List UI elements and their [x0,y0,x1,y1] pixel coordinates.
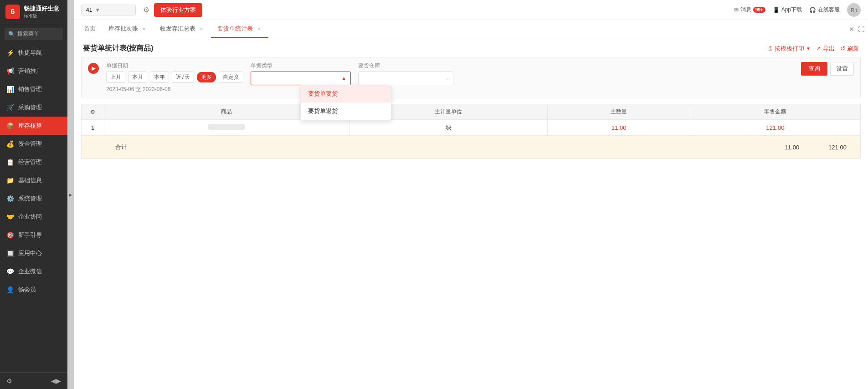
print-template-btn[interactable]: 🖨 按模板打印 ▼ [767,45,811,53]
headset-icon: 🎧 [809,7,816,13]
order-type-arrow-icon[interactable]: ▲ [338,75,350,82]
sidebar-item-quicknav[interactable]: ⚡ 快捷导航 [0,44,67,62]
tab-home-label: 首页 [84,25,96,33]
sidebar-item-label: 系统管理 [18,194,42,203]
sidebar-item-label: 快捷导航 [18,49,42,57]
collapse-icon[interactable]: ◀▶ [51,377,61,384]
topbar-left: 41 ▼ ⚙ 体验行业方案 [81,3,202,17]
close-all-tabs-icon[interactable]: ✕ [849,26,854,33]
filter-actions: 查询 设置 [801,62,854,76]
row-quantity[interactable]: 11.00 [548,120,690,136]
page-title: 要货单统计表(按商品) [83,44,154,53]
sidebar-item-basic[interactable]: 📁 基础信息 [0,171,67,189]
page-header: 要货单统计表(按商品) 🖨 按模板打印 ▼ ↗ 导出 ↺ 刷新 [74,38,868,57]
set-btn[interactable]: 设置 [830,62,854,76]
export-btn[interactable]: ↗ 导出 [816,45,835,53]
date-more-btn[interactable]: 更多 [197,72,216,82]
dropdown-item-order-return[interactable]: 要货单退货 [301,102,391,120]
row-unit: 块 [349,120,547,136]
messages-badge: 99+ [753,7,765,13]
date-custom-btn[interactable]: 自定义 [219,72,243,83]
row-amount[interactable]: 121.00 [690,120,860,136]
col-gear: ⚙ [82,104,104,120]
online-service-btn[interactable]: 🎧 在线客服 [809,6,840,14]
query-btn[interactable]: 查询 [801,62,827,76]
tab-home[interactable]: 首页 [77,20,102,38]
order-type-field[interactable] [251,75,338,82]
tab-send-receive[interactable]: 收发存汇总表 × [154,20,211,38]
quantity-link[interactable]: 11.00 [611,124,627,131]
tab-close-icon[interactable]: × [198,26,205,32]
purchase-icon: 🛒 [5,103,15,112]
date-filter-label: 单据日期 [106,62,243,70]
product-placeholder [208,124,245,130]
dropdown-item-order-goods[interactable]: 要货单要货 [301,85,391,102]
tab-close-active-icon[interactable]: × [256,26,262,32]
store-selector[interactable]: 41 ▼ [81,5,136,15]
sidebar-item-purchase[interactable]: 🛒 采购管理 [0,98,67,117]
warehouse-more-icon[interactable]: ··· [442,75,453,82]
sidebar-item-member[interactable]: 👤 畅会员 [0,281,67,299]
table-wrap: ⚙ 商品 主计量单位 主数量 零售金额 [81,104,861,136]
order-type-input[interactable]: ▲ [251,72,351,85]
store-name: 41 [86,7,92,13]
sidebar-item-sales[interactable]: 📊 销售管理 [0,80,67,98]
sidebar-item-operation[interactable]: 📋 经营管理 [0,153,67,171]
fullscreen-icon[interactable]: ⛶ [858,26,864,33]
sidebar-item-finance[interactable]: 💰 资金管理 [0,135,67,153]
refresh-btn[interactable]: ↺ 刷新 [840,45,859,53]
date-last7-btn[interactable]: 近7天 [172,72,194,83]
sidebar-item-label: 经营管理 [18,158,42,166]
table-header-row: ⚙ 商品 主计量单位 主数量 零售金额 [82,104,861,120]
sidebar-item-guide[interactable]: 🎯 新手引导 [0,226,67,244]
gear-icon[interactable]: ⚙ [90,109,95,115]
app-download-btn[interactable]: 📱 App下载 [773,6,802,14]
quicknav-icon: ⚡ [5,48,15,57]
sidebar-item-marketing[interactable]: 📢 营销推广 [0,62,67,80]
trial-button[interactable]: 体验行业方案 [154,3,202,17]
footer-amount: 121.00 [815,144,860,151]
tab-close-icon[interactable]: × [141,26,147,32]
date-this-year-btn[interactable]: 本年 [150,72,169,83]
table-footer: 合计 11.00 121.00 [81,136,861,159]
sidebar-item-inventory[interactable]: 📦 库存核算 [0,117,67,135]
col-quantity: 主数量 [548,104,690,120]
sidebar-item-appcenter[interactable]: 🔲 应用中心 [0,244,67,262]
warehouse-field[interactable] [359,75,442,82]
export-label: 导出 [823,45,835,53]
sidebar-item-wechat[interactable]: 💬 企业微信 [0,262,67,281]
date-last-month-btn[interactable]: 上月 [106,72,125,83]
filter-expand-btn[interactable]: ▶ [88,63,99,74]
app-logo-icon: 6 [5,5,20,19]
sidebar-item-label: 销售管理 [18,85,42,93]
sidebar-search[interactable]: 🔍 搜索菜单 [5,28,63,40]
topbar-gear-icon[interactable]: ⚙ [143,5,149,14]
topbar: 41 ▼ ⚙ 体验行业方案 ✉ 消息 99+ 📱 App下载 🎧 在线客服 [74,0,868,20]
inventory-icon: 📦 [5,121,15,130]
filter-bar: ▶ 单据日期 上月 本月 本年 近7天 更多 自定义 2023-05-06 至 … [81,57,861,98]
data-table: ⚙ 商品 主计量单位 主数量 零售金额 [81,104,861,136]
sales-icon: 📊 [5,85,15,94]
warehouse-input[interactable]: ··· [358,72,453,85]
row-index: 1 [82,120,104,136]
date-this-month-btn[interactable]: 本月 [128,72,147,83]
member-icon: 👤 [5,285,15,294]
tab-label: 要货单统计表 [217,25,253,33]
sidebar-collapse-btn[interactable]: ▶ [67,0,74,389]
operation-icon: 📋 [5,158,15,167]
user-avatar[interactable]: Rit [847,3,861,17]
order-type-label: 单据类型 [251,62,351,70]
sidebar-item-collab[interactable]: 🤝 企业协同 [0,208,67,226]
sidebar-item-label: 库存核算 [18,122,42,130]
settings-icon[interactable]: ⚙ [6,377,12,384]
sidebar-item-label: 新手引导 [18,231,42,239]
amount-link[interactable]: 121.00 [766,124,785,131]
tab-order-stats[interactable]: 要货单统计表 × [211,20,268,38]
avatar: Rit [847,3,861,17]
tab-inventory-batch[interactable]: 库存批次账 × [102,20,154,38]
sidebar-item-system[interactable]: ⚙️ 系统管理 [0,189,67,208]
date-filter-row: 上月 本月 本年 近7天 更多 自定义 [106,72,243,83]
search-icon: 🔍 [8,31,15,37]
messages-btn[interactable]: ✉ 消息 99+ [734,6,765,14]
footer-quantity: 11.00 [769,144,815,151]
